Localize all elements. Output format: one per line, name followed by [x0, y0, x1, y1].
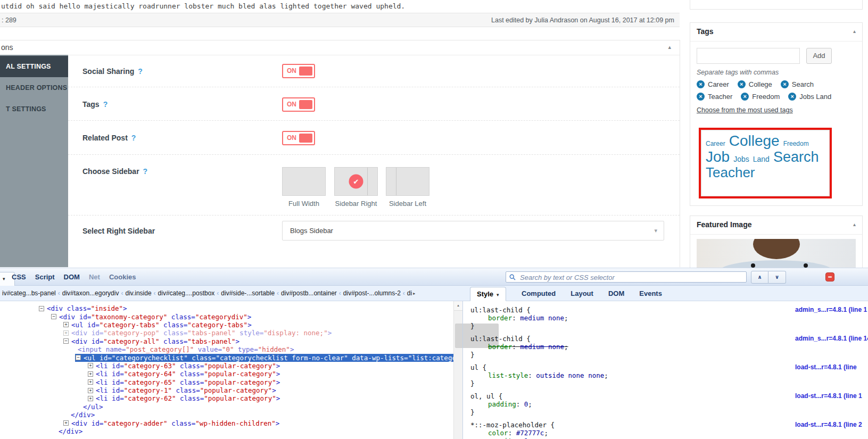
remove-tag-icon[interactable]: × — [738, 80, 746, 88]
tags-toggle[interactable]: ON — [282, 97, 315, 112]
css-declaration[interactable]: opacity: 1; — [470, 437, 868, 439]
remove-tag-icon[interactable]: × — [697, 80, 705, 88]
tree-node[interactable]: +<div id="category-pop" class="tabs-pane… — [0, 329, 453, 337]
expander-icon[interactable]: + — [63, 420, 69, 426]
firebug-tab-net[interactable]: Net — [89, 273, 100, 281]
remove-tag-icon[interactable]: × — [788, 93, 796, 101]
settings-tab-header-options[interactable]: HEADER OPTIONS — [0, 77, 68, 98]
css-selector[interactable]: ul:last-child { — [470, 335, 531, 343]
tree-node[interactable]: +<ul id="category-tabs" class="category-… — [0, 321, 453, 329]
collapse-toggle-icon[interactable]: ▴ — [853, 221, 856, 227]
firebug-off-button[interactable] — [825, 272, 834, 281]
tab-events[interactable]: Events — [639, 289, 662, 297]
breadcrumb-item[interactable]: div#side-...sortable — [221, 289, 275, 297]
expander-icon[interactable]: − — [39, 306, 44, 311]
style-source-link[interactable]: load-st...r=4.8.1 (line — [795, 363, 857, 371]
tree-node[interactable]: </div> — [0, 427, 453, 435]
collapse-toggle-icon[interactable]: ▴ — [853, 28, 856, 34]
expander-icon[interactable]: + — [88, 379, 93, 385]
breadcrumb-item[interactable]: iv#categ...bs-panel — [2, 289, 56, 297]
new-tag-input[interactable] — [697, 48, 800, 64]
css-declaration[interactable]: border: medium none; — [470, 314, 868, 322]
layout-option-full-width[interactable] — [282, 167, 326, 196]
expander-icon[interactable]: + — [88, 396, 93, 401]
expander-icon[interactable]: − — [76, 355, 81, 360]
tab-style[interactable]: Style▾ — [470, 287, 506, 301]
social-sharing-toggle[interactable]: ON — [282, 64, 315, 78]
expander-icon[interactable]: + — [63, 330, 69, 336]
remove-tag-icon[interactable]: × — [697, 93, 705, 101]
style-source-link[interactable]: admin_s...r=4.8.1 (line 14 — [795, 335, 868, 343]
expander-icon[interactable]: + — [88, 363, 93, 368]
css-selector[interactable]: ul { — [470, 363, 486, 371]
tree-node[interactable]: +<li id="category-62" class="popular-cat… — [0, 394, 453, 402]
featured-image-header[interactable]: Featured Image ▴ — [690, 216, 862, 235]
help-icon[interactable]: ? — [103, 100, 108, 109]
collapse-toggle-icon[interactable]: ▴ — [668, 44, 671, 51]
tag-cloud-item[interactable]: Job — [706, 149, 730, 165]
tree-node[interactable]: +<li id="category-63" class="popular-cat… — [0, 362, 453, 370]
tree-node[interactable]: +<div id="category-adder" class="wp-hidd… — [0, 419, 453, 427]
related-post-toggle[interactable]: ON — [282, 131, 315, 145]
expander-icon[interactable]: + — [88, 371, 93, 377]
tag-cloud-item[interactable]: College — [729, 133, 780, 149]
style-source-link[interactable]: load-st...r=4.8.1 (line 2 — [795, 421, 862, 429]
tree-node[interactable]: </div> — [0, 411, 453, 419]
scroll-up-icon[interactable]: ▴ — [454, 301, 462, 311]
tree-node[interactable]: −<div class="inside"> — [0, 304, 453, 312]
tree-scrollbar[interactable]: ▴ — [453, 301, 462, 439]
help-icon[interactable]: ? — [143, 167, 148, 176]
search-input[interactable] — [519, 272, 739, 283]
layout-option-sidebar-right[interactable]: ✔ — [334, 167, 378, 196]
help-icon[interactable]: ? — [138, 67, 143, 76]
breadcrumb-item[interactable]: div#categ....postbox — [158, 289, 215, 297]
layout-option-sidebar-left[interactable] — [386, 167, 429, 196]
right-sidebar-select[interactable]: Blogs Sidebar ▾ — [282, 221, 664, 241]
search-next-button[interactable]: ∨ — [768, 271, 786, 284]
tab-dom[interactable]: DOM — [608, 289, 624, 297]
search-prev-button[interactable]: ∧ — [751, 271, 768, 284]
settings-tab-al-settings[interactable]: AL SETTINGS — [0, 56, 68, 77]
tag-cloud-item[interactable]: Search — [773, 150, 819, 165]
breadcrumb-item[interactable]: div#taxon...egorydiv — [62, 289, 119, 297]
tree-node[interactable]: +<li id="category-1" class="popular-cate… — [0, 386, 453, 394]
editor-content-text[interactable]: utdid oh said hello majestically roadrun… — [0, 0, 680, 13]
css-selector[interactable]: *::-moz-placeholder { — [470, 421, 555, 429]
tab-computed[interactable]: Computed — [522, 289, 556, 297]
help-icon[interactable]: ? — [131, 134, 136, 142]
css-declaration[interactable]: border: medium none; — [470, 343, 868, 351]
expander-icon[interactable]: + — [63, 322, 69, 327]
expander-icon[interactable]: − — [63, 338, 69, 344]
tag-cloud-item[interactable]: Land — [753, 155, 770, 163]
style-source-link[interactable]: admin_s...r=4.8.1 (line 1 — [795, 306, 867, 314]
breadcrumb-item[interactable]: di — [407, 289, 412, 297]
firebug-tab-css[interactable]: CSS — [12, 273, 26, 281]
css-selector[interactable]: ul:last-child { — [470, 306, 531, 314]
most-used-tags-link[interactable]: Choose from the most used tags — [697, 106, 793, 114]
tree-node[interactable]: −<ul id="categorychecklist" class="categ… — [0, 353, 453, 361]
tag-cloud-item[interactable]: Teacher — [706, 165, 755, 180]
breadcrumb-item[interactable]: div.inside — [125, 289, 151, 297]
tree-node[interactable]: <input name="post_category[]" value="0" … — [0, 345, 453, 353]
css-declaration[interactable]: list-style: outside none none; — [470, 371, 868, 379]
firebug-tab-cookies[interactable]: Cookies — [109, 273, 136, 281]
tag-cloud-item[interactable]: Freedom — [783, 140, 809, 147]
featured-image-thumbnail[interactable] — [697, 239, 856, 272]
tab-layout[interactable]: Layout — [571, 289, 593, 297]
breadcrumb-item[interactable]: div#postb...ontainer — [281, 289, 337, 297]
css-selector[interactable]: ol, ul { — [470, 392, 502, 400]
tags-metabox-header[interactable]: Tags ▴ — [690, 23, 862, 42]
tag-cloud-item[interactable]: Jobs — [733, 155, 749, 163]
tree-node[interactable]: −<div id="taxonomy-category" class="cate… — [0, 312, 453, 320]
tag-cloud-item[interactable]: Career — [706, 140, 725, 147]
firebug-search-box[interactable] — [506, 271, 747, 283]
remove-tag-icon[interactable]: × — [781, 80, 789, 88]
tree-node[interactable]: +<li id="category-64" class="popular-cat… — [0, 370, 453, 378]
tree-node[interactable]: </ul> — [0, 403, 453, 411]
tree-node[interactable]: +<li id="category-65" class="popular-cat… — [0, 378, 453, 386]
firebug-tab-script[interactable]: Script — [35, 273, 55, 281]
remove-tag-icon[interactable]: × — [741, 93, 749, 101]
breadcrumb-item[interactable]: div#post-...olumns-2 — [343, 289, 401, 297]
expander-icon[interactable]: + — [88, 388, 93, 393]
firebug-tab-dom[interactable]: DOM — [64, 273, 80, 281]
